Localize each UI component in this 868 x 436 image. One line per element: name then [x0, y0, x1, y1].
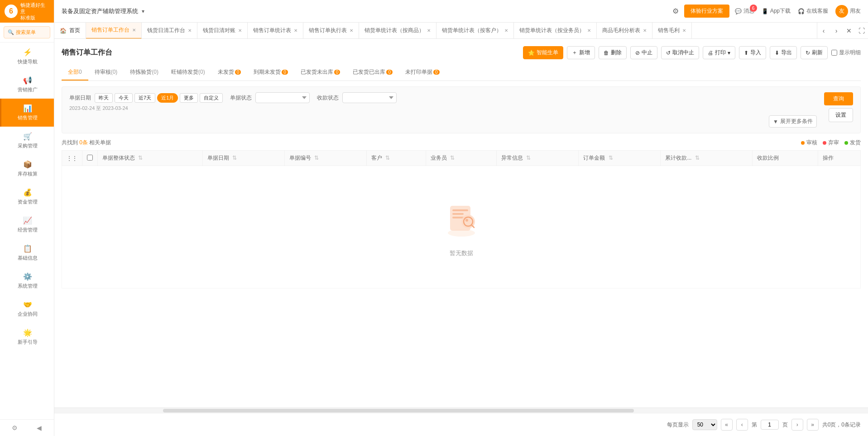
filter-tab-shipped-out[interactable]: 已发货已出库0 [346, 65, 399, 81]
page-title: 销售订单工作台 [62, 48, 112, 57]
filter-tab-pending-inspect[interactable]: 待拣验货(0) [124, 65, 165, 81]
tab-close-cash-reconcile[interactable]: ✕ [238, 28, 242, 33]
tab-sales-stats-customer[interactable]: 销货单统计表（按客户） ✕ [436, 23, 514, 39]
prev-page-button[interactable]: ‹ [736, 419, 748, 431]
sidebar-item-finance[interactable]: 💰 资金管理 [0, 183, 54, 211]
show-detail-checkbox[interactable] [831, 50, 837, 56]
user-menu-button[interactable]: 友 用友 [835, 5, 861, 18]
sidebar-item-operation[interactable]: 📈 经营管理 [0, 211, 54, 239]
tab-home[interactable]: 🏠 首页 [54, 23, 86, 39]
collapse-button[interactable]: ◀ [29, 424, 50, 431]
topbar-dropdown-button[interactable]: ▾ [142, 8, 144, 14]
tab-close-product-margin[interactable]: ✕ [643, 28, 647, 33]
page-number-input[interactable] [761, 420, 779, 430]
payment-select[interactable] [342, 92, 397, 103]
message-icon: 💬 [735, 8, 742, 14]
total-records-text: 共0页，0条记录 [822, 421, 861, 429]
settings-button[interactable]: ⚙ [5, 424, 25, 431]
tab-cash-daily[interactable]: 钱货日清工作台 ✕ [142, 23, 197, 39]
print-button[interactable]: 🖨 打印 ▾ [703, 46, 735, 59]
set-button[interactable]: 设置 [829, 108, 853, 122]
tab-close-sales-order-workbench[interactable]: ✕ [132, 28, 136, 33]
sidebar-item-quick-nav[interactable]: ⚡ 快捷导航 [0, 43, 54, 71]
sort-icon-abnormal[interactable]: ⇅ [526, 155, 531, 161]
ship-action-button[interactable]: 发货 [844, 139, 861, 147]
select-all-checkbox[interactable] [87, 155, 93, 161]
tab-sales-order-stats[interactable]: 销售订单统计表 ✕ [248, 23, 303, 39]
delete-button[interactable]: 🗑 删除 [599, 46, 627, 59]
cancel-review-action-button[interactable]: 弃审 [823, 139, 839, 147]
date-btn-7days[interactable]: 近7天 [134, 93, 155, 103]
sidebar-item-basic[interactable]: 📋 基础信息 [0, 239, 54, 267]
status-search-item: 单据状态 [230, 92, 310, 103]
tab-sales-more[interactable]: 销售毛利 ✕ [652, 23, 692, 39]
tab-product-margin[interactable]: 商品毛利分析表 ✕ [597, 23, 652, 39]
next-page-button[interactable]: › [791, 419, 803, 431]
per-page-select[interactable]: 50 20 100 [692, 419, 717, 430]
app-download-button[interactable]: 📱 App下载 [762, 7, 791, 15]
review-action-button[interactable]: 审核 [801, 139, 817, 147]
sidebar-item-inventory[interactable]: 📦 库存核算 [0, 155, 54, 183]
import-button[interactable]: ⬆ 导入 [739, 46, 766, 59]
tabs-close-all-button[interactable]: ✕ [843, 23, 855, 39]
horizontal-scrollbar[interactable] [54, 408, 868, 413]
filter-tab-not-shipped[interactable]: 未发货0 [211, 65, 248, 81]
filter-tab-not-printed[interactable]: 未打印单据0 [399, 65, 446, 81]
tab-cash-reconcile[interactable]: 钱货日清对账 ✕ [197, 23, 248, 39]
status-select[interactable] [255, 92, 310, 103]
tab-sales-stats-staff[interactable]: 销货单统计表（按业务员） ✕ [514, 23, 597, 39]
refresh-button[interactable]: ↻ 刷新 [801, 46, 828, 59]
sidebar-item-guide[interactable]: 🌟 新手引导 [0, 323, 54, 351]
sort-icon-received[interactable]: ⇅ [695, 155, 700, 161]
sort-icon-staff[interactable]: ⇅ [450, 155, 455, 161]
sidebar-item-system[interactable]: ⚙️ 系统管理 [0, 267, 54, 295]
online-service-button[interactable]: 🎧 在线客服 [798, 7, 828, 15]
scrollbar-thumb[interactable] [163, 409, 634, 412]
date-btn-today[interactable]: 今天 [115, 93, 133, 103]
search-menu-button[interactable]: 🔍 搜索菜单 [4, 26, 50, 38]
message-button[interactable]: 💬 消息 6 [735, 7, 754, 15]
tab-close-sales-stats-product[interactable]: ✕ [427, 28, 431, 33]
sort-icon-amount[interactable]: ⇅ [609, 155, 613, 161]
industry-solution-button[interactable]: 体验行业方案 [684, 5, 729, 18]
date-btn-yesterday[interactable]: 昨天 [95, 93, 113, 103]
filter-tab-pending-review[interactable]: 待审核(0) [88, 65, 124, 81]
tab-close-sales-more[interactable]: ✕ [682, 28, 686, 33]
tab-sales-order-exec[interactable]: 销售订单执行表 ✕ [303, 23, 359, 39]
tabs-prev-button[interactable]: ‹ [817, 23, 830, 39]
sort-icon-number[interactable]: ⇅ [314, 155, 319, 161]
smart-create-button[interactable]: ⭐ 智能生单 [523, 46, 563, 59]
sort-icon-customer[interactable]: ⇅ [385, 155, 390, 161]
tab-close-sales-stats-customer[interactable]: ✕ [504, 28, 508, 33]
date-btn-custom[interactable]: 自定义 [200, 93, 223, 103]
sidebar-item-sales[interactable]: 📊 销售管理 [0, 99, 54, 127]
date-btn-1month[interactable]: 近1月 [157, 93, 178, 103]
tab-close-sales-order-exec[interactable]: ✕ [350, 28, 353, 33]
tabs-next-button[interactable]: › [830, 23, 843, 39]
suspend-button[interactable]: ⊘ 中止 [630, 46, 657, 59]
tab-close-sales-stats-staff[interactable]: ✕ [587, 28, 591, 33]
tab-sales-stats-product[interactable]: 销货单统计表（按商品） ✕ [359, 23, 436, 39]
filter-tab-expired-not-shipped[interactable]: 到期未发货0 [247, 65, 294, 81]
sidebar-item-enterprise[interactable]: 🤝 企业协同 [0, 295, 54, 323]
sidebar-item-marketing[interactable]: 📢 营销推广 [0, 71, 54, 99]
sort-icon-date[interactable]: ⇅ [232, 155, 237, 161]
query-button[interactable]: 查询 [824, 92, 853, 105]
last-page-button[interactable]: » [807, 419, 819, 431]
first-page-button[interactable]: « [721, 419, 733, 431]
date-btn-more[interactable]: 更多 [180, 93, 198, 103]
filter-tab-shipped-not-out[interactable]: 已发货未出库0 [294, 65, 347, 81]
filter-tab-all[interactable]: 全部0 [62, 65, 88, 81]
export-button[interactable]: ⬇ 导出 [770, 46, 797, 59]
tab-close-cash-daily[interactable]: ✕ [188, 28, 192, 33]
tab-sales-order-workbench[interactable]: 销售订单工作台 ✕ [86, 23, 142, 39]
cancel-suspend-button[interactable]: ↺ 取消中止 [661, 46, 699, 59]
topbar-gear-button[interactable]: ⚙ [672, 7, 679, 15]
tab-close-sales-order-stats[interactable]: ✕ [294, 28, 297, 33]
sidebar-item-purchase[interactable]: 🛒 采购管理 [0, 127, 54, 155]
expand-conditions-button[interactable]: ▼ 展开更多条件 [769, 115, 817, 128]
filter-tab-wangpu[interactable]: 旺铺待发货(0) [165, 65, 211, 81]
tabs-maximize-button[interactable]: ⛶ [855, 23, 868, 39]
add-button[interactable]: ＋ 新增 [567, 46, 595, 59]
sort-icon-status[interactable]: ⇅ [138, 155, 143, 161]
